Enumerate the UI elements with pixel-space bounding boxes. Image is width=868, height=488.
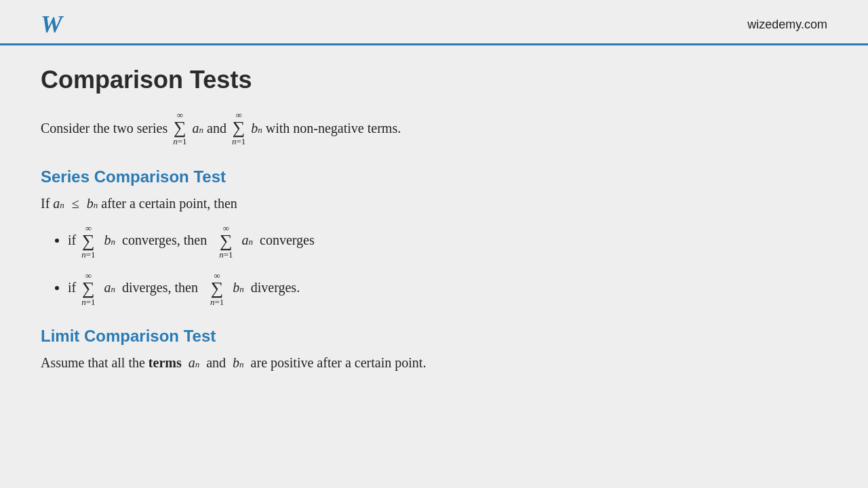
logo: W (41, 12, 62, 37)
sum-a-bottom: n=1 (173, 137, 186, 146)
sum-b-n: ∞ ∑ n=1 (232, 110, 245, 146)
bullet1-b-n: bn (104, 230, 116, 250)
limit-comparison-title: Limit Comparison Test (41, 327, 827, 346)
limit-comparison-section: Limit Comparison Test Assume that all th… (41, 327, 827, 371)
intro-prefix: Consider the two series (41, 121, 167, 136)
sum-a-sigma: ∑ (174, 119, 186, 137)
sum-b-bottom: n=1 (232, 137, 245, 146)
bullet2-sum-a: ∞ ∑ n=1 (81, 271, 95, 306)
main-content: Comparison Tests Consider the two series… (0, 45, 868, 403)
bullet1-sum-a: ∞ ∑ n=1 (219, 224, 233, 259)
header: W wizedemy.com (0, 0, 868, 37)
limit-b-n: bn (233, 355, 244, 371)
series-comparison-condition: If an ≤ bn after a certain point, then (41, 196, 827, 211)
series-comparison-title: Series Comparison Test (41, 167, 827, 186)
bullet1-sum-b: ∞ ∑ n=1 (81, 224, 95, 259)
bullet2-sum-b: ∞ ∑ n=1 (210, 271, 224, 306)
intro-suffix: with non-negative terms. (266, 121, 401, 136)
a-n-cond: an (53, 196, 64, 211)
leq-symbol: ≤ (72, 196, 79, 211)
a-n-var: an (193, 121, 204, 136)
bullet-converges: if ∞ ∑ n=1 bn converges, then ∞ ∑ n=1 a (68, 224, 827, 259)
page-container: W wizedemy.com Comparison Tests Consider… (0, 0, 868, 488)
limit-a-n: an (189, 355, 200, 371)
site-url: wizedemy.com (747, 18, 827, 32)
page-title: Comparison Tests (41, 66, 827, 94)
series-comparison-bullets: if ∞ ∑ n=1 bn converges, then ∞ ∑ n=1 a (41, 224, 827, 306)
series-comparison-section: Series Comparison Test If an ≤ bn after … (41, 167, 827, 306)
b-n-cond: bn (87, 196, 98, 211)
terms-bold: terms (149, 355, 182, 370)
b-n-var: bn (251, 121, 262, 136)
logo-w-icon: W (41, 12, 62, 37)
sum-b-sigma: ∑ (233, 119, 245, 137)
intro-line: Consider the two series ∞ ∑ n=1 an and ∞… (41, 110, 827, 146)
sum-a-n: ∞ ∑ n=1 (173, 110, 186, 146)
bullet2-b-n: bn (233, 277, 244, 298)
intro-and: and (207, 121, 226, 136)
limit-comparison-text: Assume that all the terms an and bn are … (41, 355, 827, 371)
bullet2-a-n: an (104, 277, 116, 298)
bullet-diverges: if ∞ ∑ n=1 an diverges, then ∞ ∑ n=1 bn (68, 271, 827, 306)
bullet1-a-n: an (242, 230, 254, 250)
